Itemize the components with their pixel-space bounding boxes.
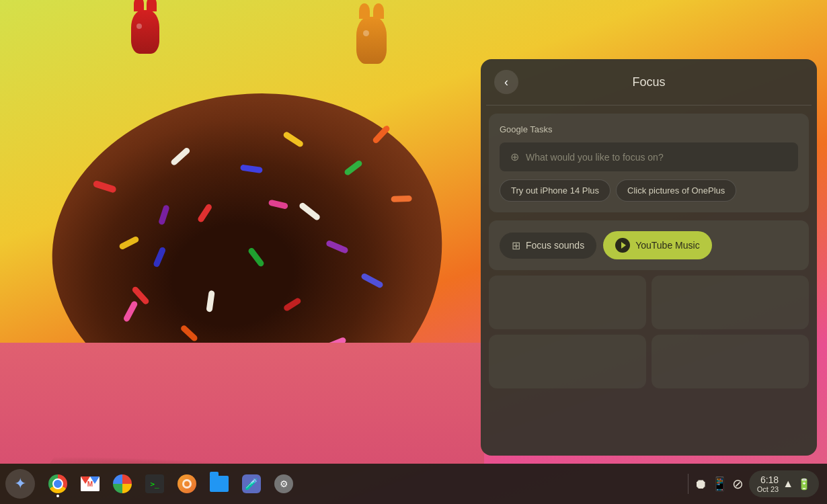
app-lab[interactable]: 🧪 xyxy=(237,469,266,499)
do-not-disturb-icon[interactable]: ⊘ xyxy=(732,476,744,492)
app-photos[interactable] xyxy=(108,469,137,499)
play-icon xyxy=(621,242,626,249)
focus-input-row[interactable]: ⊕ What would you like to focus on? xyxy=(500,142,798,171)
tasks-label: Google Tasks xyxy=(500,124,798,134)
time-display: 6:18 xyxy=(760,474,779,485)
taskbar-separator xyxy=(688,474,688,494)
focus-sounds-button[interactable]: ⊞ Focus sounds xyxy=(500,233,596,259)
settings-icon: ⚙ xyxy=(274,474,293,493)
taskbar: ✦ M >_ xyxy=(0,464,827,504)
screen-record-icon[interactable]: ⏺ xyxy=(694,476,707,492)
task-chip-iphone[interactable]: Try out iPhone 14 Plus xyxy=(500,179,611,202)
media-row: ⊞ Focus sounds YouTube Music xyxy=(500,231,798,259)
phone-icon[interactable]: 📱 xyxy=(711,476,728,492)
media-section: ⊞ Focus sounds YouTube Music xyxy=(489,220,809,270)
app-terminal[interactable]: >_ xyxy=(140,469,169,499)
task-chips: Try out iPhone 14 Plus Click pictures of… xyxy=(500,179,798,202)
wifi-icon: ▲ xyxy=(783,478,793,490)
partition-icon xyxy=(178,474,196,493)
focus-sounds-icon: ⊞ xyxy=(512,239,520,252)
app-partition[interactable] xyxy=(172,469,202,499)
empty-cards-grid xyxy=(489,276,809,388)
panel-title: Focus xyxy=(518,75,779,89)
app-files[interactable] xyxy=(204,469,234,499)
youtube-music-label: YouTube Music xyxy=(635,240,699,251)
task-chip-oneplus[interactable]: Click pictures of OnePlus xyxy=(616,179,736,202)
app-chrome[interactable] xyxy=(43,469,73,499)
youtube-music-icon xyxy=(615,238,630,253)
focus-sounds-label: Focus sounds xyxy=(526,240,584,251)
taskbar-status: ⏺ 📱 ⊘ 6:18 Oct 23 ▲ 🔋 xyxy=(694,470,822,497)
gummy-bear-orange xyxy=(356,17,387,64)
gummy-bear-red xyxy=(131,10,159,54)
photos-icon xyxy=(113,474,132,493)
battery-status-pill[interactable]: 6:18 Oct 23 ▲ 🔋 xyxy=(749,470,819,497)
launcher-icon: ✦ xyxy=(14,475,26,493)
focus-input-placeholder: What would you like to focus on? xyxy=(526,152,664,163)
app-gmail[interactable]: M xyxy=(75,469,105,499)
taskbar-apps: ✦ M >_ xyxy=(5,469,682,499)
tasks-section: Google Tasks ⊕ What would you like to fo… xyxy=(489,114,809,212)
empty-card-1 xyxy=(489,276,646,329)
date-display: Oct 23 xyxy=(757,485,779,493)
battery-icon: 🔋 xyxy=(797,478,811,491)
task-add-icon: ⊕ xyxy=(510,151,519,163)
wallpaper-illustration xyxy=(0,0,484,464)
launcher-button[interactable]: ✦ xyxy=(5,469,35,499)
empty-card-3 xyxy=(489,335,646,388)
status-icons-group: ⏺ 📱 ⊘ xyxy=(694,476,744,492)
empty-card-4 xyxy=(652,335,809,388)
youtube-music-button[interactable]: YouTube Music xyxy=(603,231,711,259)
chrome-indicator xyxy=(56,495,59,497)
panel-header: ‹ Focus xyxy=(481,59,817,105)
time-date: 6:18 Oct 23 xyxy=(757,474,779,493)
app-settings[interactable]: ⚙ xyxy=(269,469,299,499)
back-button[interactable]: ‹ xyxy=(494,70,518,94)
lab-icon: 🧪 xyxy=(242,474,261,493)
empty-card-2 xyxy=(652,276,809,329)
gmail-icon: M xyxy=(81,476,100,491)
focus-panel: ‹ Focus Google Tasks ⊕ What would you li… xyxy=(481,59,817,456)
terminal-icon: >_ xyxy=(145,474,164,493)
table-surface xyxy=(0,343,484,464)
chrome-icon xyxy=(48,474,67,493)
files-icon xyxy=(210,476,229,492)
panel-divider xyxy=(486,105,812,106)
